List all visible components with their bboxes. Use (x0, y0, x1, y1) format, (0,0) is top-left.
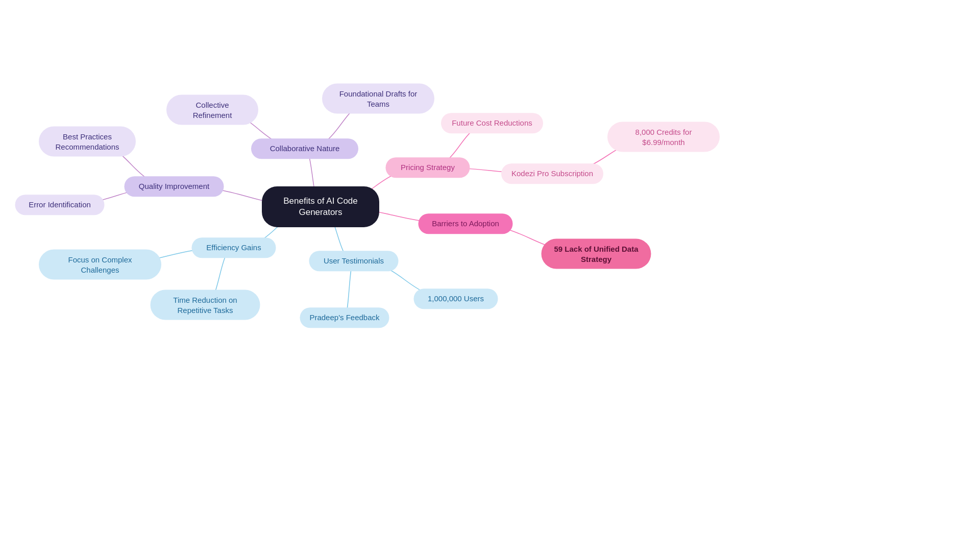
collaborative-nature-node[interactable]: Collaborative Nature (251, 138, 358, 159)
error-identification-node[interactable]: Error Identification (15, 195, 105, 215)
lack-unified-data-node[interactable]: 59 Lack of Unified Data Strategy (542, 239, 651, 269)
future-cost-reductions-node[interactable]: Future Cost Reductions (441, 113, 543, 133)
pricing-strategy-node[interactable]: Pricing Strategy (386, 157, 470, 178)
barriers-adoption-node[interactable]: Barriers to Adoption (419, 213, 513, 234)
center-node[interactable]: Benefits of AI Code Generators (262, 186, 379, 227)
million-users-node[interactable]: 1,000,000 Users (414, 288, 498, 309)
mindmap-container: Benefits of AI Code GeneratorsCollaborat… (0, 0, 980, 553)
time-reduction-node[interactable]: Time Reduction on Repetitive Tasks (151, 290, 260, 320)
credits-node[interactable]: 8,000 Credits for $6.99/month (607, 122, 720, 152)
user-testimonials-node[interactable]: User Testimonials (309, 251, 399, 271)
pradeep-feedback-node[interactable]: Pradeep's Feedback (300, 307, 389, 328)
foundational-drafts-node[interactable]: Foundational Drafts for Teams (322, 84, 434, 114)
focus-complex-node[interactable]: Focus on Complex Challenges (39, 250, 161, 280)
collective-refinement-node[interactable]: Collective Refinement (166, 95, 258, 125)
efficiency-gains-node[interactable]: Efficiency Gains (192, 237, 276, 258)
best-practices-node[interactable]: Best Practices Recommendations (39, 127, 136, 157)
quality-improvement-node[interactable]: Quality Improvement (125, 176, 224, 197)
kodezi-pro-node[interactable]: Kodezi Pro Subscription (501, 163, 603, 184)
